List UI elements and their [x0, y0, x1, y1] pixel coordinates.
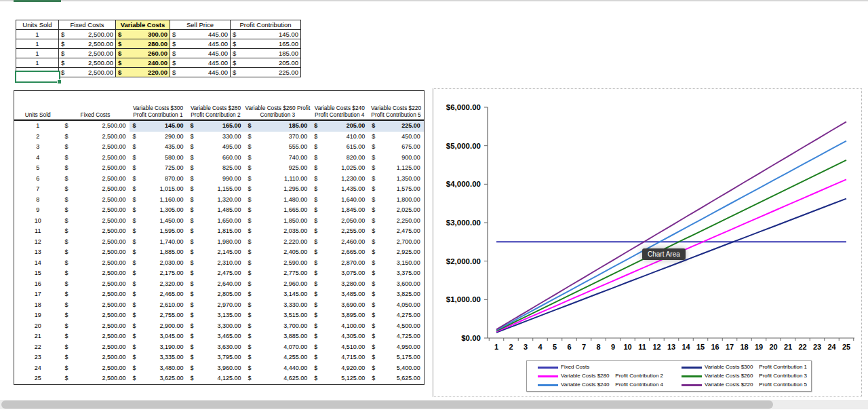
spreadsheet-cell[interactable]: $2,700.00: [368, 237, 424, 248]
spreadsheet-cell[interactable]: $2,500.00: [62, 352, 130, 363]
spreadsheet-cell[interactable]: $4,100.00: [311, 321, 368, 332]
spreadsheet-cell[interactable]: $1,015.00: [130, 184, 187, 195]
spreadsheet-cell[interactable]: $3,630.00: [187, 342, 245, 353]
spreadsheet-cell[interactable]: $2,500.00: [62, 153, 130, 164]
spreadsheet-cell[interactable]: $2,500.00: [59, 49, 116, 58]
spreadsheet-cell[interactable]: $1,110.00: [245, 174, 311, 185]
spreadsheet-cell[interactable]: $2,500.00: [62, 321, 130, 332]
spreadsheet-cell[interactable]: $2,500.00: [62, 132, 130, 143]
spreadsheet-cell[interactable]: $5,400.00: [368, 363, 424, 374]
spreadsheet-cell[interactable]: $2,500.00: [62, 289, 130, 300]
spreadsheet-cell[interactable]: $445.00: [170, 68, 231, 77]
spreadsheet-cell[interactable]: $3,515.00: [245, 310, 311, 321]
spreadsheet-cell[interactable]: $260.00: [116, 49, 170, 58]
spreadsheet-cell[interactable]: 10: [14, 216, 62, 227]
spreadsheet-cell[interactable]: 22: [14, 342, 62, 353]
fill-handle[interactable]: [57, 79, 62, 84]
spreadsheet-cell[interactable]: $495.00: [187, 142, 245, 153]
horizontal-scrollbar-thumb[interactable]: [1, 400, 773, 409]
spreadsheet-cell[interactable]: $4,070.00: [245, 342, 311, 353]
series-line-6[interactable]: [496, 122, 846, 329]
selected-cell[interactable]: [15, 71, 60, 83]
spreadsheet-cell[interactable]: $2,500.00: [62, 216, 130, 227]
spreadsheet-cell[interactable]: $580.00: [130, 153, 187, 164]
spreadsheet-cell[interactable]: $675.00: [368, 142, 424, 153]
spreadsheet-cell[interactable]: $4,275.00: [368, 310, 424, 321]
results-col-header[interactable]: Variable Costs $280Profit Contribution 2: [187, 91, 245, 121]
spreadsheet-cell[interactable]: $2,960.00: [245, 279, 311, 290]
spreadsheet-cell[interactable]: $2,475.00: [368, 226, 424, 237]
spreadsheet-cell[interactable]: $1,320.00: [187, 195, 245, 206]
spreadsheet-cell[interactable]: $4,255.00: [245, 352, 311, 363]
spreadsheet-cell[interactable]: $4,725.00: [368, 331, 424, 342]
results-col-header[interactable]: Variable Costs $300Profit Contribution 1: [130, 91, 187, 121]
spreadsheet-cell[interactable]: $2,500.00: [62, 247, 130, 258]
spreadsheet-cell[interactable]: $2,500.00: [62, 331, 130, 342]
spreadsheet-cell[interactable]: $2,250.00: [368, 216, 424, 227]
spreadsheet-cell[interactable]: $2,870.00: [311, 258, 368, 269]
spreadsheet-cell[interactable]: $1,450.00: [130, 216, 187, 227]
spreadsheet-cell[interactable]: $445.00: [170, 58, 231, 68]
spreadsheet-cell[interactable]: $1,295.00: [245, 184, 311, 195]
spreadsheet-cell[interactable]: $2,500.00: [59, 30, 116, 39]
spreadsheet-cell[interactable]: $3,045.00: [130, 331, 187, 342]
spreadsheet-cell[interactable]: 1: [14, 120, 62, 132]
spreadsheet-cell[interactable]: $1,800.00: [368, 195, 424, 206]
results-col-header[interactable]: Variable Costs $240Profit Contribution 4: [311, 91, 368, 121]
spreadsheet-cell[interactable]: $2,500.00: [62, 237, 130, 248]
spreadsheet-cell[interactable]: $2,755.00: [130, 310, 187, 321]
spreadsheet-cell[interactable]: $4,510.00: [311, 342, 368, 353]
spreadsheet-cell[interactable]: $185.00: [231, 49, 301, 58]
spreadsheet-cell[interactable]: $2,255.00: [311, 226, 368, 237]
input-col-header[interactable]: Profit Contribution: [231, 20, 301, 30]
spreadsheet-cell[interactable]: $2,500.00: [62, 163, 130, 174]
spreadsheet-cell[interactable]: 14: [14, 258, 62, 269]
spreadsheet-cell[interactable]: $2,460.00: [311, 237, 368, 248]
spreadsheet-cell[interactable]: $4,305.00: [311, 331, 368, 342]
spreadsheet-cell[interactable]: $2,500.00: [62, 174, 130, 185]
spreadsheet-cell[interactable]: $870.00: [130, 174, 187, 185]
spreadsheet-cell[interactable]: $2,775.00: [245, 268, 311, 279]
spreadsheet-cell[interactable]: $1,125.00: [368, 163, 424, 174]
legend-item[interactable]: Fixed Costs: [538, 364, 682, 371]
spreadsheet-cell[interactable]: $2,610.00: [130, 300, 187, 311]
spreadsheet-cell[interactable]: $2,220.00: [245, 237, 311, 248]
spreadsheet-cell[interactable]: $145.00: [130, 120, 187, 132]
spreadsheet-cell[interactable]: 8: [14, 195, 62, 206]
spreadsheet-cell[interactable]: $1,595.00: [130, 226, 187, 237]
spreadsheet-cell[interactable]: $410.00: [311, 132, 368, 143]
chart-plot[interactable]: $0.00$1,000.00$2,000.00$3,000.00$4,000.0…: [433, 89, 861, 396]
spreadsheet-cell[interactable]: $2,500.00: [62, 279, 130, 290]
spreadsheet-cell[interactable]: $2,500.00: [62, 300, 130, 311]
spreadsheet-cell[interactable]: $2,500.00: [62, 184, 130, 195]
legend-item[interactable]: Variable Costs $220 Profit Contribution …: [682, 381, 810, 388]
spreadsheet-cell[interactable]: $3,700.00: [245, 321, 311, 332]
spreadsheet-cell[interactable]: $445.00: [170, 39, 231, 49]
input-col-header[interactable]: Variable Costs: [116, 20, 170, 30]
results-col-header[interactable]: Fixed Costs: [62, 91, 130, 121]
spreadsheet-cell[interactable]: $1,435.00: [311, 184, 368, 195]
series-line-4[interactable]: [496, 160, 846, 331]
spreadsheet-cell[interactable]: 6: [14, 174, 62, 185]
spreadsheet-cell[interactable]: $165.00: [231, 39, 301, 49]
chart-legend[interactable]: Fixed CostsVariable Costs $300 Profit Co…: [526, 360, 812, 392]
input-col-header[interactable]: Sell Price: [170, 20, 231, 30]
spreadsheet-cell[interactable]: $450.00: [368, 132, 424, 143]
spreadsheet-cell[interactable]: $3,795.00: [187, 352, 245, 363]
spreadsheet-cell[interactable]: $3,190.00: [130, 342, 187, 353]
spreadsheet-cell[interactable]: $1,665.00: [245, 205, 311, 216]
spreadsheet-cell[interactable]: $3,135.00: [187, 310, 245, 321]
spreadsheet-cell[interactable]: 23: [14, 352, 62, 363]
series-line-5[interactable]: [496, 141, 846, 331]
spreadsheet-cell[interactable]: $4,950.00: [368, 342, 424, 353]
spreadsheet-cell[interactable]: $615.00: [311, 142, 368, 153]
spreadsheet-cell[interactable]: $2,665.00: [311, 247, 368, 258]
spreadsheet-cell[interactable]: $445.00: [170, 49, 231, 58]
results-col-header[interactable]: Variable Costs $220Profit Contribution 5: [368, 91, 424, 121]
spreadsheet-cell[interactable]: $3,075.00: [311, 268, 368, 279]
spreadsheet-cell[interactable]: $165.00: [187, 120, 245, 132]
spreadsheet-cell[interactable]: $2,500.00: [62, 258, 130, 269]
spreadsheet-cell[interactable]: $1,980.00: [187, 237, 245, 248]
spreadsheet-cell[interactable]: $4,715.00: [311, 352, 368, 363]
legend-item[interactable]: Variable Costs $280 Profit Contribution …: [538, 373, 682, 379]
